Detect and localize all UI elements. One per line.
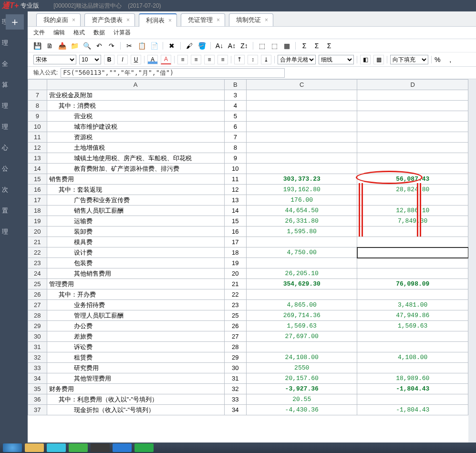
cell[interactable] [357, 143, 468, 153]
menu-item[interactable]: 文件 [33, 29, 45, 37]
table-row[interactable]: 11资源税7 [28, 132, 468, 143]
cell[interactable] [357, 258, 468, 268]
taskbar-item[interactable] [25, 443, 44, 452]
row-header[interactable]: 18 [28, 206, 47, 216]
sheet-tab[interactable]: 凭证管理× [181, 13, 225, 26]
fontsize-select[interactable]: 10 [79, 55, 101, 64]
brush-icon[interactable]: 🖌 [186, 42, 193, 50]
cell[interactable]: 31 [224, 373, 246, 384]
row-header[interactable]: 21 [28, 237, 47, 247]
cell[interactable]: 3,481.00 [357, 300, 468, 310]
cell[interactable]: 财务费用 [47, 384, 224, 394]
save-icon[interactable]: 💾 [33, 42, 41, 50]
cell[interactable]: 城市维护建设税 [47, 122, 224, 132]
table-row[interactable]: 23包装费19 [28, 258, 468, 268]
cell[interactable] [246, 132, 357, 143]
left-nav-item[interactable]: 理 [0, 116, 10, 137]
cell[interactable]: 27 [224, 331, 246, 342]
cell[interactable]: 269,714.36 [246, 310, 357, 321]
cell[interactable]: 教育费附加、矿产资源补偿费、排污费 [47, 164, 224, 174]
menu-item[interactable]: 数据 [93, 29, 105, 37]
table-row[interactable]: 15销售费用11303,373.2356,087.43 [28, 174, 468, 185]
table-row[interactable]: 18销售人员职工薪酬1444,654.5012,886.10 [28, 206, 468, 216]
align-right-button[interactable]: ≡ [204, 55, 215, 64]
cell[interactable]: 其他销售费用 [47, 268, 224, 279]
cell[interactable] [246, 258, 357, 268]
sigma2-icon[interactable]: Σ [313, 42, 321, 50]
table-row[interactable]: 20装卸费161,595.80 [28, 226, 468, 237]
cell[interactable]: 1,595.80 [246, 226, 357, 237]
cell[interactable]: 18 [224, 247, 246, 258]
italic-button[interactable]: I [117, 55, 128, 64]
cell[interactable] [357, 132, 468, 143]
cell[interactable]: 管理费用 [47, 279, 224, 289]
align-left-button[interactable]: ≡ [177, 55, 188, 64]
menu-item[interactable]: 格式 [73, 29, 85, 37]
align-center-button[interactable]: ≡ [191, 55, 201, 64]
table-row[interactable]: 10城市维护建设税6 [28, 122, 468, 132]
cell[interactable]: 其中：开办费 [47, 289, 224, 300]
cell[interactable]: 土地增值税 [47, 143, 224, 153]
merge-select[interactable]: 合并单元格 [278, 55, 316, 64]
import-icon[interactable]: 📥 [58, 42, 66, 50]
cell[interactable]: 22 [224, 289, 246, 300]
cell[interactable] [357, 90, 468, 101]
table-row[interactable]: 27业务招待费234,865.003,481.00 [28, 300, 468, 310]
cell[interactable]: 设计费 [47, 247, 224, 258]
cell[interactable] [357, 226, 468, 237]
cell[interactable] [357, 122, 468, 132]
cell[interactable]: 4 [224, 101, 246, 111]
cell[interactable]: 研究费用 [47, 363, 224, 373]
border-select[interactable]: 细线 [319, 55, 354, 64]
taskbar-item[interactable] [47, 443, 66, 452]
left-nav-item[interactable]: 全 [0, 53, 10, 74]
table-row[interactable]: 22设计费184,750.00 [28, 247, 468, 258]
valign-top-button[interactable]: ⤒ [234, 55, 245, 64]
col-header-d[interactable]: D [357, 80, 468, 90]
cell[interactable]: 26,205.10 [246, 268, 357, 279]
left-nav-item[interactable]: 置 [0, 200, 10, 221]
cell[interactable]: 19 [224, 258, 246, 268]
table-row[interactable]: 37现金折扣（收入以"-"号填列）34-4,430.36-1,804.43 [28, 405, 468, 415]
fillcolor-button[interactable]: A [147, 55, 158, 64]
cell[interactable]: 27,697.00 [246, 331, 357, 342]
cell[interactable] [357, 195, 468, 206]
sheet-tab[interactable]: 利润表× [139, 13, 177, 27]
table-row[interactable]: 36其中：利息费用（收入以"-"号填列）3320.55 [28, 394, 468, 405]
table-row[interactable]: 26其中：开办费22 [28, 289, 468, 300]
cell[interactable]: 33 [224, 394, 246, 405]
cell[interactable]: 装卸费 [47, 226, 224, 237]
cell[interactable] [357, 164, 468, 174]
left-nav-item[interactable]: 心 [0, 137, 10, 158]
cell[interactable] [246, 153, 357, 164]
cell[interactable]: 28 [224, 342, 246, 352]
cell[interactable]: 23 [224, 300, 246, 310]
cell[interactable]: -1,804.43 [357, 384, 468, 394]
row-header[interactable]: 28 [28, 310, 47, 321]
cell[interactable]: 30 [224, 363, 246, 373]
column-headers[interactable]: A B C D [28, 80, 468, 90]
left-nav-item[interactable]: 理 [0, 32, 10, 53]
sort-asc-icon[interactable]: A↓ [216, 42, 223, 50]
cell[interactable]: 20 [224, 268, 246, 279]
close-icon[interactable]: × [72, 17, 75, 23]
valign-bot-button[interactable]: ⤓ [261, 55, 271, 64]
cell[interactable]: 12,886.10 [357, 206, 468, 216]
table-row[interactable]: 33研究费用302550 [28, 363, 468, 373]
cell[interactable]: 1,569.63 [357, 321, 468, 331]
close-icon[interactable]: × [168, 17, 172, 24]
cell[interactable] [357, 247, 468, 258]
table-row[interactable]: 24其他销售费用2026,205.10 [28, 268, 468, 279]
cell[interactable]: 诉讼费 [47, 342, 224, 352]
col-header-b[interactable]: B [224, 80, 246, 90]
grid-button[interactable]: ▦ [373, 55, 384, 64]
cell[interactable]: 业务招待费 [47, 300, 224, 310]
table-row[interactable]: 14教育费附加、矿产资源补偿费、排污费10 [28, 164, 468, 174]
close-icon[interactable]: × [217, 17, 220, 23]
cell[interactable] [246, 164, 357, 174]
saveas-icon[interactable]: 🗎 [46, 42, 53, 50]
cell[interactable] [357, 363, 468, 373]
cell[interactable]: 现金折扣（收入以"-"号填列） [47, 405, 224, 415]
cell[interactable] [246, 342, 357, 352]
row-header[interactable]: 25 [28, 279, 47, 289]
